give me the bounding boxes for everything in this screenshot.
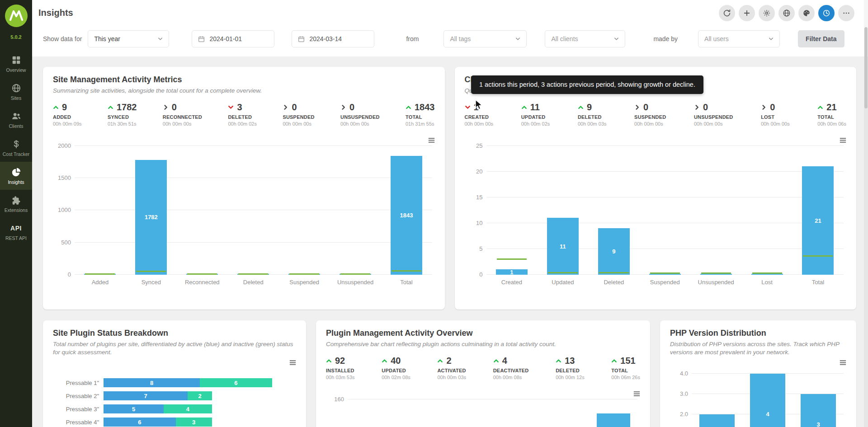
stat-suspended: 0SUSPENDED00h 00m 00s (283, 102, 314, 127)
sidebar-item-overview[interactable]: Overview (0, 50, 32, 78)
bar-unsuspended[interactable] (700, 274, 732, 275)
stat-lost: 0LOST00h 00m 00s (761, 102, 790, 127)
previous-period-marker (752, 272, 782, 274)
bar-synced[interactable]: 1782 (135, 160, 167, 275)
stat-value: 3 (237, 102, 242, 113)
inactive-plugins-bar[interactable]: 6 (200, 378, 272, 387)
stat-label: SYNCED (108, 114, 137, 120)
stat-value: 1843 (415, 102, 435, 113)
previous-period-marker (497, 258, 527, 260)
chart-menu-button[interactable] (427, 136, 436, 145)
stat-installed: 92INSTALLED00h 03m 53s (326, 356, 355, 380)
settings-button[interactable] (759, 5, 775, 21)
previous-period-marker (548, 272, 578, 273)
end-date-input[interactable]: 2024-03-14 (292, 30, 374, 47)
chart-menu-button[interactable] (839, 358, 847, 367)
inactive-plugins-bar[interactable]: 3 (176, 418, 212, 427)
inactive-plugins-bar[interactable]: 2 (188, 391, 212, 400)
bar-lost[interactable] (751, 274, 783, 275)
bar-updated[interactable]: 11 (547, 218, 579, 274)
stat-duration: 00h 03m 53s (326, 375, 355, 380)
bar-created[interactable]: 1 (496, 269, 528, 274)
bar-value-label: 5 (132, 406, 135, 413)
trend-down-icon (465, 104, 471, 110)
language-button[interactable] (778, 5, 795, 21)
chart-column: Suspended (639, 146, 690, 275)
stat-reconnected: 0RECONNECTED00h 00m 00s (163, 102, 202, 127)
refresh-button[interactable] (719, 5, 735, 21)
bar-total[interactable]: 21 (802, 166, 834, 274)
show-data-for-label: Show data for (43, 35, 82, 42)
card-php-versions: PHP Version Distribution Distribution of… (660, 320, 856, 427)
bar-series-1[interactable]: 4 (750, 374, 785, 427)
tags-select[interactable]: All tags (443, 30, 527, 47)
time-button[interactable] (818, 5, 835, 21)
refresh-icon (723, 9, 731, 17)
bar-suspended[interactable] (649, 274, 681, 275)
card-title: Site Plugin Status Breakdown (53, 328, 296, 338)
card-site-activity: Site Management Activity Metrics Summari… (43, 67, 445, 310)
chart-column: 13Deleted (541, 399, 589, 427)
stat-total: 151TOTAL00h 06m 26s (611, 356, 640, 380)
sidebar-menu: OverviewSitesClientsCost TrackerInsights… (0, 50, 32, 246)
clients-value: All clients (551, 35, 578, 42)
bar-total[interactable]: 1843 (391, 156, 422, 275)
sidebar-item-rest-api[interactable]: APIREST API (0, 218, 32, 246)
active-plugins-bar[interactable]: 6 (104, 418, 176, 427)
active-plugins-bar[interactable]: 8 (104, 378, 200, 387)
scrollbar[interactable] (864, 0, 868, 427)
users-select[interactable]: All users (698, 30, 780, 47)
active-plugins-bar[interactable]: 5 (104, 404, 164, 413)
theme-button[interactable] (798, 5, 815, 21)
bar-value-label: 11 (560, 243, 566, 250)
api-logo: API (10, 223, 22, 233)
sidebar-item-cost-tracker[interactable]: Cost Tracker (0, 134, 32, 162)
add-button[interactable] (739, 5, 755, 21)
chart-column: Unsuspended (330, 146, 381, 275)
bar-value-label: 6 (138, 419, 141, 426)
stat-updated: 40UPDATED00h 02m 08s (382, 356, 410, 380)
sidebar-item-clients[interactable]: Clients (0, 106, 32, 134)
hbar-row: Pressable 3"54 (53, 403, 296, 416)
chart-menu-button[interactable] (839, 136, 847, 145)
trend-flat-icon (340, 104, 346, 110)
sidebar-item-extensions[interactable]: Extensions (0, 190, 32, 218)
hbar-row: Pressable 4"63 (53, 416, 296, 427)
y-tick-label: 0 (465, 271, 483, 278)
filter-bar: Show data for This year 2024-01-01 2024-… (32, 26, 868, 56)
trend-up-icon (406, 104, 411, 110)
trend-up-icon (578, 104, 584, 110)
site-activity-chart: 2000150010005000Added1782SyncedReconnect… (53, 146, 435, 275)
card-client-activity: Client Management Activity Summary Quant… (455, 67, 857, 310)
tags-value: All tags (450, 35, 471, 42)
chart-column: 2 (692, 374, 742, 427)
chart-menu-button[interactable] (288, 358, 297, 367)
bar-deleted[interactable]: 9 (598, 228, 630, 275)
stat-duration: 00h 00m 00s (634, 121, 666, 127)
active-plugins-bar[interactable]: 7 (104, 391, 188, 400)
more-button[interactable] (838, 5, 854, 21)
hamburger-icon (288, 358, 297, 367)
app-logo[interactable] (5, 4, 28, 28)
clients-select[interactable]: All clients (545, 30, 625, 47)
stat-label: TOTAL (611, 368, 640, 373)
scrollbar-thumb[interactable] (864, 27, 868, 108)
sidebar-item-sites[interactable]: Sites (0, 78, 32, 106)
chart-column: 151Total (589, 399, 637, 427)
sidebar-item-insights[interactable]: Insights (0, 162, 32, 190)
chart-menu-button[interactable] (632, 389, 641, 398)
inactive-plugins-bar[interactable]: 4 (164, 404, 212, 413)
php-versions-chart: 4.03.02.01.00243 (670, 374, 846, 427)
stat-duration: 00h 00m 00s (340, 121, 380, 127)
previous-period-marker (599, 272, 629, 273)
bar-total[interactable]: 151 (597, 413, 630, 427)
bar-series-2[interactable]: 3 (801, 394, 836, 427)
users-icon (11, 111, 21, 121)
stat-label: INSTALLED (326, 368, 355, 373)
start-date-input[interactable]: 2024-01-01 (192, 30, 274, 47)
filter-data-button[interactable]: Filter Data (798, 30, 844, 47)
bar-series-0[interactable]: 2 (699, 414, 735, 427)
previous-period-marker (187, 273, 217, 275)
period-select[interactable]: This year (88, 30, 169, 47)
trend-up-icon (53, 104, 59, 110)
